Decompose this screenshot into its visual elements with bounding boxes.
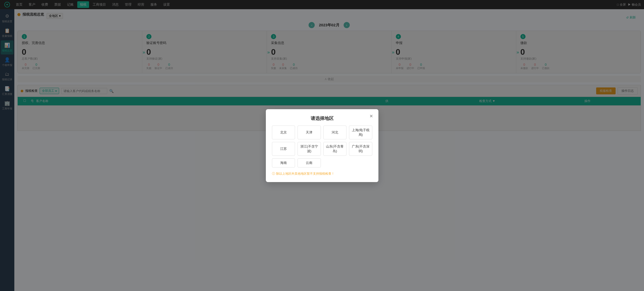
region-btn-shandong[interactable]: 山东(不含青岛)	[323, 142, 347, 156]
region-btn-zhejiang[interactable]: 浙江(不含宁波)	[298, 142, 321, 156]
warning-text: 除以上地区外其他地区暂不支持报税检查！	[276, 172, 334, 176]
region-row-1: 北京 天津 河北 上海(电子税局)	[272, 126, 372, 139]
region-btn-guangdong[interactable]: 广东(不含深圳)	[349, 142, 372, 156]
region-btn-hainan[interactable]: 海南	[272, 158, 295, 167]
region-btn-yunnan[interactable]: 云南	[298, 158, 321, 167]
modal-body: 北京 天津 河北 上海(电子税局) 江苏 浙江(不含宁波) 山东(不含青岛) 广…	[266, 126, 378, 182]
warning-icon: ⓘ	[272, 172, 275, 176]
modal-close-button[interactable]: ✕	[368, 113, 374, 119]
region-btn-shanghai[interactable]: 上海(电子税局)	[349, 126, 372, 139]
region-select-modal: 请选择地区 ✕ 北京 天津 河北 上海(电子税局) 江苏 浙江(不含宁波) 山东…	[266, 109, 378, 182]
region-row-2: 江苏 浙江(不含宁波) 山东(不含青岛) 广东(不含深圳)	[272, 142, 372, 156]
modal-header: 请选择地区 ✕	[266, 109, 378, 126]
region-btn-jiangsu[interactable]: 江苏	[272, 142, 295, 156]
region-btn-tianjin[interactable]: 天津	[298, 126, 321, 139]
region-btn-beijing[interactable]: 北京	[272, 126, 295, 139]
overlay: 请选择地区 ✕ 北京 天津 河北 上海(电子税局) 江苏 浙江(不含宁波) 山东…	[0, 0, 644, 291]
modal-title: 请选择地区	[311, 115, 334, 121]
modal-warning: ⓘ 除以上地区外其他地区暂不支持报税检查！	[272, 172, 372, 176]
region-btn-hebei[interactable]: 河北	[323, 126, 347, 139]
region-row-3: 海南 云南	[272, 158, 372, 167]
